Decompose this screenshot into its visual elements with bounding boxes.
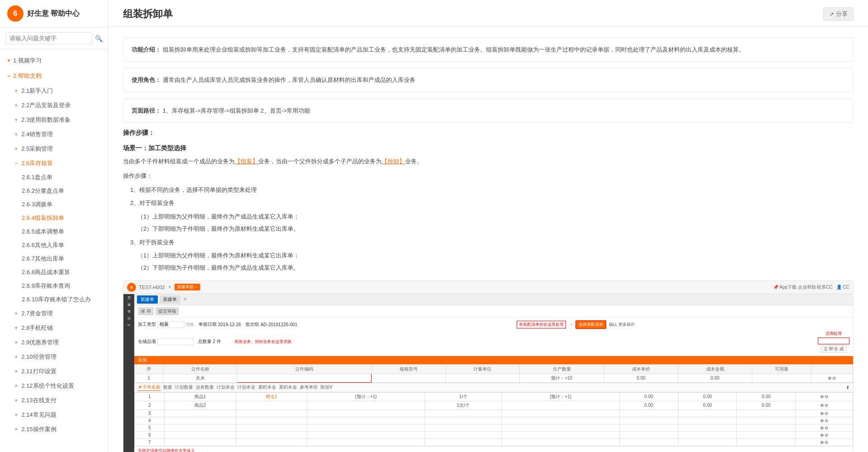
ss-upper-table: 序 父件名称 父件编码 规格型号 计量单位 生产数量 成本单价 成本金额 可用量 [134, 364, 853, 383]
ss-store-label: 仓储品项 [138, 338, 156, 345]
table-row: 2 商品2 1次/个 0.00 0.00 0.00 [135, 401, 853, 409]
ss-sub-tab8: 累积本金 [279, 384, 297, 391]
plus-icon: + [14, 426, 18, 433]
sidebar-item-2-10[interactable]: + 2.10经营管理 [0, 350, 108, 364]
sidebar-item-1[interactable]: + 1.视频学习 [0, 53, 108, 68]
ss-sub-td-biz2: 1次/个 [425, 401, 502, 409]
sidebar-item-2-6-7[interactable]: 2.6.7其他出库单 [0, 252, 108, 266]
plus-icon: + [14, 102, 18, 109]
ss-sub-td-op2: ⊕ ⊖ [796, 401, 853, 409]
expand-icon: + [7, 57, 10, 64]
ss-sub-td-name: 商品1 [165, 392, 236, 401]
step2-1: （1）上部明细为父件明细，最终作为产成品生成某它入库单； [137, 211, 854, 222]
sidebar-item-label: 2.帮助文档 [13, 72, 42, 80]
sidebar-item-2-6-1[interactable]: 2.6.1盘点单 [0, 171, 108, 184]
sidebar-item-2-12[interactable]: + 2.12系统个性化设置 [0, 379, 108, 393]
sidebar-item-2-7[interactable]: + 2.7资金管理 [0, 306, 108, 321]
table-row: 7⊕ ⊖ [135, 438, 853, 446]
sidebar-item-2-6-10[interactable]: 2.6.10库存账本错了怎么办 [0, 293, 108, 306]
screenshot-container: 6 TEST-H002 ▼ 新建单据→ 📌 App下载 企业帮助 联系CC 👤 … [123, 281, 854, 452]
plus-icon: + [14, 131, 18, 138]
ss-batch-val: AD-20191226-001 [260, 322, 297, 327]
ss-upper-tbody: 1 关木 预计：+10 0.00 [135, 374, 853, 382]
ss-th-costprice: 成本单价 [604, 364, 678, 374]
ss-ann4-input[interactable] [818, 338, 849, 344]
search-icon[interactable]: 🔍 [95, 35, 103, 42]
sidebar-item-2-14[interactable]: + 2.14常见问题 [0, 408, 108, 422]
ss-th-parentcode: 父件编码 [237, 364, 372, 374]
role-text: 通常由生产人员或库管人员完成拆装业务的操作，库管人员确认原材料的出库和产成品的入… [163, 76, 415, 83]
sidebar-item-2-6-9[interactable]: 2.6.9库存账本查询 [0, 279, 108, 293]
ss-td-name: 关木 [163, 374, 237, 382]
sidebar-item-2-2[interactable]: + 2.2产品安装及登录 [0, 98, 108, 113]
ss-section-header: 添加 [134, 356, 853, 364]
sidebar-item-2-4[interactable]: + 2.4销售管理 [0, 127, 108, 142]
sidebar-item-2-6-4[interactable]: 2.6.4组装拆卸单 [0, 211, 108, 225]
ss-icon2: ⊞ [127, 303, 131, 307]
ss-sub-td-c22: 0.00 [678, 401, 737, 409]
ss-parent-code-input[interactable] [286, 376, 322, 381]
scenario-title: 场景一：加工类型选择 [123, 144, 854, 152]
table-row: 1 商品1 橙仓1 (预计：+1) 1/个 (预计：+1) 0.00 0.00 [135, 392, 853, 401]
ss-field-type: 加工类型 切换 [138, 321, 194, 328]
ss-th-op [811, 364, 853, 374]
ss-sub-tab9: 参考单价 [300, 384, 318, 391]
ss-sub-tbody: 1 商品1 橙仓1 (预计：+1) 1/个 (预计：+1) 0.00 0.00 [135, 392, 853, 446]
sidebar-item-2-6-5[interactable]: 2.6.5成本调整单 [0, 225, 108, 238]
ss-topbar: 6 TEST-H002 ▼ 新建单据→ 📌 App下载 企业帮助 联系CC 👤 … [123, 281, 853, 294]
plus-icon: + [14, 324, 18, 331]
ss-ann5-row: 无固定清单可以随便在这里录入 [134, 446, 853, 452]
step3-2: （2）下部明细为子件明细，最终作为产成品生成某它入库单。 [137, 262, 854, 273]
ss-ann5-text: 无固定清单可以随便在这里录入 [138, 448, 195, 452]
ss-td-code [237, 374, 372, 382]
search-input[interactable] [5, 32, 92, 44]
ss-ann4-group: 启用处理 立 即 生 成 [818, 331, 849, 353]
sidebar-item-2-1[interactable]: + 2.1新手入门 [0, 84, 108, 98]
step1: 1、根据不同的业务，选择不同单据的类型来处理 [130, 185, 854, 195]
share-icon: ↗ [829, 11, 834, 18]
ss-app-id: TEST-H002 [139, 285, 165, 290]
share-button[interactable]: ↗ 分享 [823, 7, 854, 21]
ss-th-costamt: 成本金额 [678, 364, 752, 374]
ss-sub-tab6: 计划本金 [237, 384, 255, 391]
ss-btn-more: 确认 更多操作 [609, 322, 635, 328]
ss-upper-header-row: 序 父件名称 父件编码 规格型号 计量单位 生产数量 成本单价 成本金额 可用量 [135, 364, 853, 374]
sidebar-item-2-9[interactable]: + 2.9优惠券管理 [0, 335, 108, 350]
plus-icon: + [14, 397, 18, 404]
sidebar-item-2-13[interactable]: + 2.13在线支付 [0, 393, 108, 408]
sidebar-item-2-6-6[interactable]: 2.6.6其他入库单 [0, 238, 108, 252]
intro-label: 功能介绍： [132, 46, 161, 53]
plus-icon: + [14, 368, 18, 375]
ss-sub-td-store2 [236, 401, 307, 409]
ss-sub-td-c12: 0.00 [619, 401, 678, 409]
sidebar-item-2-5[interactable]: + 2.5采购管理 [0, 142, 108, 156]
ss-sub-td-op: ⊕ ⊖ [796, 392, 853, 401]
sidebar-item-2-6[interactable]: − 2.6库存核算 [0, 156, 108, 171]
ss-sub-td-plan22 [502, 401, 619, 409]
sidebar-item-2-6-8[interactable]: 2.6.8商品成本重算 [0, 266, 108, 279]
ss-td-avail [752, 374, 811, 382]
sidebar-item-2-11[interactable]: + 2.11打印设置 [0, 364, 108, 379]
sidebar-item-2[interactable]: − 2.帮助文档 [0, 68, 108, 84]
plus-icon: + [14, 145, 18, 152]
sidebar-item-2-8[interactable]: + 2.8手机旺铺 [0, 321, 108, 335]
ss-store-input[interactable] [157, 338, 193, 345]
ss-sub-td-c1: 0.00 [619, 392, 678, 401]
ss-upper-thead: 序 父件名称 父件编码 规格型号 计量单位 生产数量 成本单价 成本金额 可用量 [135, 364, 853, 374]
nav-list: + 1.视频学习 − 2.帮助文档 + 2.1新手入门 + 2.2产品安装及登录… [0, 49, 108, 452]
ss-field-date: 单据日期 2019-12-26 [198, 321, 241, 328]
ss-body: ☰ ⊞ ⚙ ◎ ↩ 新建单 新建单 ✕ [123, 294, 853, 452]
sidebar-item-2-3[interactable]: + 2.3使用前数据准备 [0, 113, 108, 127]
ss-count-text: 总数量 2 件 [198, 338, 221, 345]
minus-icon: − [14, 160, 18, 167]
plus-icon: + [14, 339, 18, 346]
ss-type-input[interactable] [157, 321, 184, 328]
ss-ann1-text: 有装配清单的在这里处理 [517, 321, 566, 328]
sidebar-item-2-6-2[interactable]: 2.6.2分量盘点单 [0, 184, 108, 198]
plus-icon: + [14, 353, 18, 360]
sidebar-item-2-6-3[interactable]: 2.6.3调拨单 [0, 198, 108, 211]
sidebar-item-2-15[interactable]: + 2.15操作案例 [0, 422, 108, 437]
table-row: 4⊕ ⊖ [135, 417, 853, 424]
ss-date-val: 2019-12-26 [218, 322, 241, 327]
ss-sub-td-c3: 0.00 [737, 392, 796, 401]
